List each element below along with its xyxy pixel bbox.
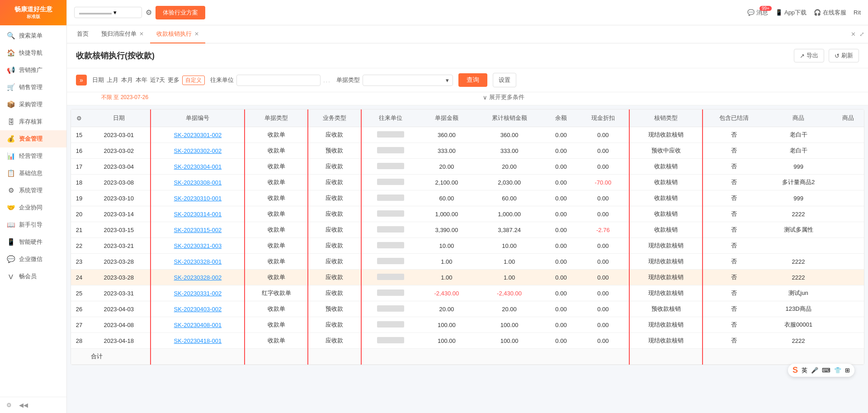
col-cashdiscount-header[interactable]: 现金折扣	[577, 109, 629, 127]
col-canceltype-header[interactable]: 核销类型	[629, 109, 703, 127]
cell-biztype: 应收款	[308, 333, 361, 349]
doc-type-select[interactable]: ▾	[363, 75, 453, 86]
user-name: Rit	[854, 9, 861, 16]
org-selector[interactable]: ▬▬▬▬▬▬ ▾	[74, 7, 142, 18]
col-doctype-header[interactable]: 单据类型	[245, 109, 308, 127]
sidebar-item-quick-nav[interactable]: 🏠快捷导航	[0, 44, 66, 62]
partner-input[interactable]	[236, 75, 321, 86]
tab-close-all-icon[interactable]: ✕	[851, 31, 856, 38]
doc-link[interactable]: SK-20230304-001	[174, 163, 222, 170]
sidebar-item-sales[interactable]: 🛒销售管理	[0, 79, 66, 96]
sidebar-item-marketing[interactable]: 📢营销推广	[0, 62, 66, 79]
online-service-btn[interactable]: 🎧 在线客服	[814, 9, 846, 17]
query-btn[interactable]: 查询	[458, 73, 487, 87]
gear-icon[interactable]: ⚙	[146, 8, 152, 17]
main-table: ⚙ 日期 单据编号 单据类型 业务类型 往来单位 单据金额 累计核销金额 余额 …	[71, 109, 864, 365]
cell-cashdiscount: 0.00	[577, 206, 629, 222]
app-download-btn[interactable]: 📱 App下载	[775, 9, 807, 17]
tab-expand-icon[interactable]: ⤢	[859, 31, 864, 38]
doc-link[interactable]: SK-20230301-002	[174, 132, 222, 138]
col-product2-header[interactable]: 商品	[832, 109, 864, 127]
sidebar-item-operations[interactable]: 📊经营管理	[0, 147, 66, 165]
sidebar-item-finance[interactable]: 💰资金管理	[0, 130, 66, 147]
col-product-header[interactable]: 商品	[765, 109, 832, 127]
cell-product: 老白干	[765, 143, 832, 159]
collapse-icon[interactable]: ◀◀	[19, 402, 28, 408]
settings-icon[interactable]: ⚙	[6, 402, 12, 408]
cell-date: 2023-03-31	[87, 285, 151, 301]
tab-collection-close[interactable]: ✕	[194, 31, 199, 37]
sidebar-item-guide[interactable]: 📖新手引导	[0, 216, 66, 233]
sidebar-item-system[interactable]: ⚙系统管理	[0, 182, 66, 199]
doc-link[interactable]: SK-20230328-001	[174, 258, 222, 265]
system-icon: ⚙	[6, 186, 15, 195]
sidebar-item-enterprise[interactable]: 🤝企业协同	[0, 199, 66, 216]
col-cumulative-header[interactable]: 累计核销金额	[474, 109, 545, 127]
notification-btn[interactable]: 💬 消息 99+	[747, 9, 768, 17]
col-docno-header[interactable]: 单据编号	[151, 109, 245, 127]
date-opt-7days[interactable]: 近7天	[150, 76, 165, 84]
headset-icon: 🎧	[814, 9, 821, 16]
export-btn[interactable]: ↗ 导出	[794, 49, 824, 62]
filter-toggle-btn[interactable]: »	[76, 75, 87, 85]
user-avatar[interactable]: Rit	[854, 9, 861, 16]
sidebar-item-inventory[interactable]: 🗄库存核算	[0, 113, 66, 130]
col-partner-header[interactable]: 往来单位	[361, 109, 420, 127]
col-date-header[interactable]: 日期	[87, 109, 151, 127]
doc-link[interactable]: SK-20230314-001	[174, 211, 222, 218]
sidebar-item-purchase[interactable]: 📦采购管理	[0, 96, 66, 113]
doc-link[interactable]: SK-20230418-001	[174, 337, 222, 344]
cell-cashdiscount: 0.00	[577, 285, 629, 301]
doc-link[interactable]: SK-20230408-001	[174, 322, 222, 328]
expand-more-btn[interactable]: ∨ 展开更多条件	[483, 93, 524, 101]
col-include-header[interactable]: 包含已结清	[703, 109, 765, 127]
sidebar-item-hardware[interactable]: 📱智能硬件	[0, 233, 66, 251]
cell-date: 2023-03-02	[87, 143, 151, 159]
custom-date-btn[interactable]: 自定义	[182, 76, 205, 85]
filter-dots[interactable]: ...	[323, 77, 331, 84]
col-amount-header[interactable]: 单据金额	[420, 109, 473, 127]
date-opt-cur-month[interactable]: 本月	[121, 76, 133, 84]
doc-link[interactable]: SK-20230310-001	[174, 195, 222, 202]
notif-badge: 99+	[760, 6, 772, 11]
cell-biztype: 应收款	[308, 285, 361, 301]
sidebar-bottom[interactable]: ⚙ ◀◀	[0, 397, 66, 413]
doc-link[interactable]: SK-20230403-002	[174, 306, 222, 313]
col-biztype-header[interactable]: 业务类型	[308, 109, 361, 127]
doc-link[interactable]: SK-20230321-003	[174, 242, 222, 249]
col-settings-header[interactable]: ⚙	[71, 109, 87, 127]
date-opt-more[interactable]: 更多	[168, 76, 179, 84]
sidebar-item-wechat[interactable]: 💬企业微信	[0, 251, 66, 268]
mic-icon[interactable]: 🎤	[811, 367, 818, 374]
date-range-row: 不限 至 2023-07-26 ∨ 展开更多条件	[67, 92, 868, 105]
date-opt-prev-month[interactable]: 上月	[107, 76, 118, 84]
date-opt-cur-year[interactable]: 本年	[136, 76, 147, 84]
industry-btn[interactable]: 体验行业方案	[156, 6, 205, 19]
col-settings-icon[interactable]: ⚙	[76, 115, 82, 122]
sidebar-item-member[interactable]: V畅会员	[0, 268, 66, 285]
tab-collection[interactable]: 收款核销执行 ✕	[150, 25, 205, 43]
doc-link[interactable]: SK-20230328-002	[174, 274, 222, 281]
doc-link[interactable]: SK-20230302-002	[174, 147, 222, 154]
doc-link[interactable]: SK-20230315-002	[174, 227, 222, 233]
cell-balance: 0.00	[545, 190, 577, 206]
tab-home[interactable]: 首页	[71, 25, 95, 43]
keyboard-icon[interactable]: ⌨	[822, 367, 830, 374]
doc-link[interactable]: SK-20230308-001	[174, 179, 222, 186]
cell-seq: 27	[71, 317, 87, 333]
sidebar-item-search[interactable]: 🔍搜索菜单	[0, 27, 66, 44]
partner-name	[377, 226, 404, 233]
sidebar-item-basic[interactable]: 📋基础信息	[0, 165, 66, 182]
cell-partner	[361, 301, 420, 317]
cell-doctype: 收款单	[245, 190, 308, 206]
col-balance-header[interactable]: 余额	[545, 109, 577, 127]
logo-main-text: 畅康道好生意	[14, 5, 52, 14]
sidebar-label-operations: 经营管理	[19, 152, 42, 160]
cell-include: 否	[703, 285, 765, 301]
dropdown-icon: ▾	[113, 9, 117, 16]
doc-link[interactable]: SK-20230331-002	[174, 290, 222, 297]
refresh-btn[interactable]: ↺ 刷新	[829, 49, 859, 62]
tab-receivable-close[interactable]: ✕	[139, 31, 144, 37]
settings-btn[interactable]: 设置	[493, 73, 516, 87]
tab-receivable[interactable]: 预归消应付单 ✕	[95, 25, 150, 43]
